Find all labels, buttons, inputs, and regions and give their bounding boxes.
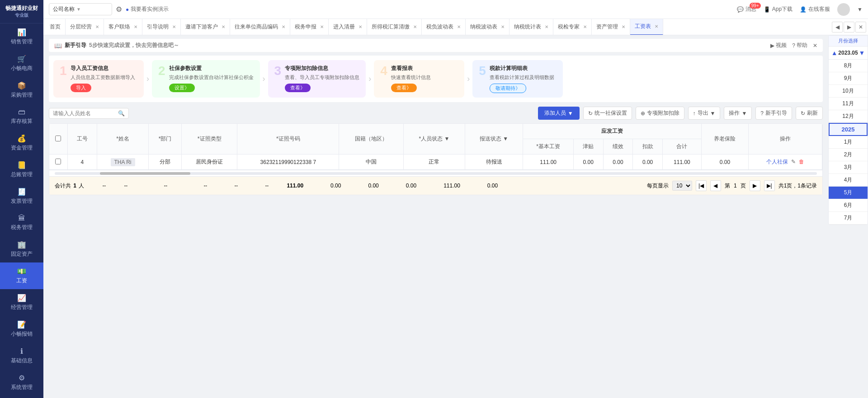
message-button[interactable]: 💬 消息 99+ bbox=[737, 5, 756, 13]
close-icon[interactable]: ✕ bbox=[172, 24, 176, 29]
action-btn[interactable]: 操作 ▼ bbox=[724, 107, 752, 120]
company-selector[interactable]: 公司名称 ▼ bbox=[49, 3, 112, 15]
month-up-btn[interactable]: ▲ bbox=[830, 48, 838, 57]
close-icon[interactable]: ✕ bbox=[222, 24, 225, 29]
step-3-view-btn[interactable]: 查看》 bbox=[285, 84, 311, 92]
refresh-btn[interactable]: ↻ 刷新 bbox=[796, 107, 823, 120]
close-icon[interactable]: ✕ bbox=[282, 24, 285, 29]
month-item-7[interactable]: 7月 bbox=[829, 212, 868, 225]
sidebar-item-sales[interactable]: 📊 销售管理 bbox=[0, 23, 43, 50]
tab-salary-sheet[interactable]: 工资表 ✕ bbox=[630, 19, 663, 35]
next-page-btn[interactable]: ▶ bbox=[750, 180, 760, 191]
horizontal-scrollbar[interactable] bbox=[49, 170, 822, 176]
sidebar-item-ecommerce[interactable]: 🛒 小畅电商 bbox=[0, 50, 43, 77]
tab-item-codes[interactable]: 往来单位商品编码 ✕ bbox=[230, 19, 290, 35]
tab-layered-ops[interactable]: 分层经营 ✕ bbox=[66, 19, 104, 35]
sales-icon: 📊 bbox=[17, 28, 26, 37]
month-item-3[interactable]: 3月 bbox=[829, 161, 868, 174]
step-1-import-btn[interactable]: 导入 bbox=[71, 84, 91, 92]
close-icon[interactable]: ✕ bbox=[622, 24, 625, 29]
prev-page-btn[interactable]: ◀ bbox=[710, 180, 721, 191]
month-item-9[interactable]: 9月 bbox=[829, 72, 868, 85]
sidebar-item-assets[interactable]: 🏢 固定资产 bbox=[0, 236, 43, 262]
delete-icon[interactable]: 🗑 bbox=[799, 159, 804, 165]
month-item-10[interactable]: 10月 bbox=[829, 85, 868, 98]
last-page-btn[interactable]: ▶| bbox=[764, 180, 775, 191]
tab-income-tax[interactable]: 所得税汇算清缴 ✕ bbox=[367, 19, 422, 35]
sidebar-item-invoice[interactable]: 🧾 发票管理 bbox=[0, 183, 43, 210]
search-input[interactable] bbox=[53, 110, 116, 117]
month-item-2[interactable]: 2月 bbox=[829, 149, 868, 161]
tab-tax-fluctuation[interactable]: 纳税波动表 ✕ bbox=[466, 19, 509, 35]
app-download-button[interactable]: 📱 App下载 bbox=[764, 5, 793, 13]
close-icon[interactable]: ✕ bbox=[413, 24, 417, 29]
search-icon[interactable]: 🔍 bbox=[118, 110, 125, 117]
new-guide-btn[interactable]: ? 新手引导 bbox=[755, 107, 792, 120]
per-page-select[interactable]: 10 20 50 bbox=[672, 181, 692, 191]
settings-gear-icon[interactable]: ⚙ bbox=[116, 5, 122, 14]
sidebar-item-expense[interactable]: 📝 小畅报销 bbox=[0, 316, 43, 342]
tab-tax-expert[interactable]: 税检专家 ✕ bbox=[553, 19, 592, 35]
close-icon[interactable]: ✕ bbox=[95, 24, 99, 29]
month-item-5[interactable]: 5月 bbox=[829, 187, 868, 199]
export-btn[interactable]: ↑ 导出 ▼ bbox=[688, 107, 721, 120]
tab-guide[interactable]: 引导说明 ✕ bbox=[142, 19, 181, 35]
month-down-btn[interactable]: ▼ bbox=[858, 48, 866, 57]
user-menu[interactable]: ▼ bbox=[857, 6, 863, 13]
tab-tax-stats[interactable]: 纳税统计表 ✕ bbox=[509, 19, 553, 35]
sidebar-item-system[interactable]: ⚙ 系统管理 bbox=[0, 369, 43, 396]
demo-button[interactable]: ● 我要看实例演示 bbox=[126, 5, 169, 13]
social-insurance-btn[interactable]: ↻ 统一社保设置 bbox=[583, 107, 632, 120]
help-link[interactable]: ? 帮助 bbox=[792, 42, 807, 49]
close-icon[interactable]: ✕ bbox=[583, 24, 587, 29]
close-icon[interactable]: ✕ bbox=[134, 24, 137, 29]
sidebar-item-tax[interactable]: 🏛 税务管理 bbox=[0, 210, 43, 236]
tab-clearance[interactable]: 进入清册 ✕ bbox=[329, 19, 367, 35]
step-2-settings-btn[interactable]: 设置》 bbox=[169, 84, 195, 92]
sidebar-item-inventory[interactable]: 🗃 库存核算 bbox=[0, 103, 43, 130]
tab-home[interactable]: 首页 bbox=[45, 19, 66, 35]
tab-customer-contact[interactable]: 客户联络 ✕ bbox=[104, 19, 142, 35]
month-item-11[interactable]: 11月 bbox=[829, 98, 868, 110]
special-deduction-btn[interactable]: ⊕ 专项附加扣除 bbox=[636, 107, 684, 120]
year-item-2025[interactable]: 2025 bbox=[829, 123, 868, 136]
sidebar-item-purchase[interactable]: 📦 采购管理 bbox=[0, 77, 43, 103]
tab-tax-burden[interactable]: 税负波动表 ✕ bbox=[422, 19, 466, 35]
close-icon[interactable]: ✕ bbox=[457, 24, 461, 29]
month-item-12[interactable]: 12月 bbox=[829, 110, 868, 123]
tab-tax-declaration[interactable]: 税务申报 ✕ bbox=[290, 19, 329, 35]
add-employee-button[interactable]: 添加人员 ▼ bbox=[538, 107, 580, 120]
close-icon[interactable]: ✕ bbox=[501, 24, 505, 29]
row-checkbox[interactable] bbox=[55, 159, 61, 164]
online-service-button[interactable]: 👤 在线客服 bbox=[800, 5, 830, 13]
month-item-6[interactable]: 6月 bbox=[829, 199, 868, 212]
sidebar-item-salary[interactable]: 💵 工资 bbox=[0, 262, 43, 289]
tab-invite-downstream[interactable]: 邀请下游客户 ✕ bbox=[181, 19, 230, 35]
tab-asset-mgmt[interactable]: 资产管理 ✕ bbox=[592, 19, 630, 35]
tab-next-btn[interactable]: ▶ bbox=[844, 22, 854, 33]
month-item-1[interactable]: 1月 bbox=[829, 136, 868, 149]
sidebar-item-finance[interactable]: 💰 资金管理 bbox=[0, 130, 43, 156]
step-4-view-btn[interactable]: 查看》 bbox=[391, 84, 417, 92]
close-icon[interactable]: ✕ bbox=[359, 24, 362, 29]
edit-icon[interactable]: ✎ bbox=[791, 159, 796, 165]
month-item-4[interactable]: 4月 bbox=[829, 174, 868, 187]
sidebar-item-operations[interactable]: 📈 经营管理 bbox=[0, 289, 43, 316]
sidebar-item-basic-info[interactable]: ℹ 基础信息 bbox=[0, 342, 43, 369]
first-page-btn[interactable]: |◀ bbox=[696, 180, 707, 191]
close-guide-btn[interactable]: ✕ bbox=[813, 42, 817, 49]
user-avatar[interactable] bbox=[837, 3, 850, 16]
step-5-wait-btn[interactable]: 敬请期待》 bbox=[490, 84, 526, 93]
sidebar-item-ledger[interactable]: 📒 总账管理 bbox=[0, 156, 43, 183]
month-item-8[interactable]: 8月 bbox=[829, 60, 868, 72]
tab-prev-btn[interactable]: ◀ bbox=[832, 22, 843, 33]
close-icon[interactable]: ✕ bbox=[320, 24, 324, 29]
video-link[interactable]: ▶ 视频 bbox=[770, 42, 787, 49]
close-icon[interactable]: ✕ bbox=[545, 24, 548, 29]
sidebar-item-cooperation[interactable]: 🤝 企业协同 bbox=[0, 396, 43, 398]
close-icon[interactable]: ✕ bbox=[655, 24, 658, 29]
select-all-checkbox[interactable] bbox=[55, 136, 61, 141]
tab-close-all-btn[interactable]: ✕ bbox=[855, 22, 866, 33]
action-link[interactable]: 个人社保 bbox=[766, 159, 788, 165]
scroll-thumb[interactable] bbox=[100, 172, 190, 175]
